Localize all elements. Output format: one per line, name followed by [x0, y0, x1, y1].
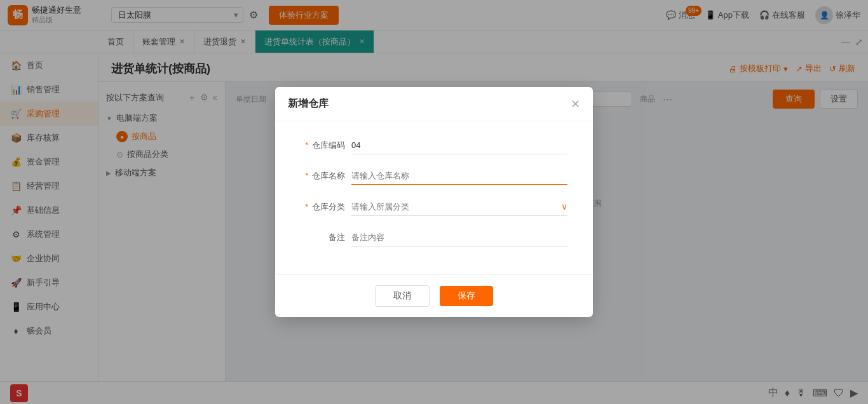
- warehouse-code-label: * 仓库编码: [301, 140, 351, 151]
- warehouse-name-wrap: [351, 167, 567, 185]
- save-button[interactable]: 保存: [440, 286, 493, 306]
- warehouse-name-row: * 仓库名称: [301, 167, 567, 185]
- code-required-star: *: [305, 140, 308, 150]
- warehouse-category-label: * 仓库分类: [301, 201, 351, 213]
- modal-overlay[interactable]: 新增仓库 ✕ * 仓库编码 * 仓库名称: [0, 0, 868, 404]
- warehouse-category-wrap[interactable]: ∨: [351, 198, 567, 216]
- warehouse-note-wrap: [351, 229, 567, 246]
- warehouse-note-label: 备注: [301, 232, 351, 243]
- modal-body: * 仓库编码 * 仓库名称 *: [275, 121, 593, 274]
- warehouse-category-input[interactable]: [351, 202, 561, 212]
- cancel-button[interactable]: 取消: [375, 285, 430, 307]
- name-required-star: *: [305, 171, 308, 180]
- warehouse-category-row: * 仓库分类 ∨: [301, 198, 567, 216]
- modal-footer: 取消 保存: [275, 274, 593, 317]
- warehouse-code-wrap: [351, 137, 567, 154]
- category-dropdown-icon: ∨: [561, 201, 567, 212]
- modal-close-button[interactable]: ✕: [571, 98, 580, 110]
- warehouse-name-label: * 仓库名称: [301, 170, 351, 182]
- modal-header: 新增仓库 ✕: [275, 87, 593, 121]
- warehouse-code-row: * 仓库编码: [301, 137, 567, 154]
- add-warehouse-modal: 新增仓库 ✕ * 仓库编码 * 仓库名称: [275, 87, 593, 317]
- warehouse-code-input[interactable]: [351, 137, 567, 154]
- warehouse-note-row: 备注: [301, 229, 567, 246]
- warehouse-name-input[interactable]: [351, 167, 567, 185]
- modal-title: 新增仓库: [288, 97, 329, 111]
- category-required-star: *: [305, 202, 308, 212]
- warehouse-note-input[interactable]: [351, 229, 567, 246]
